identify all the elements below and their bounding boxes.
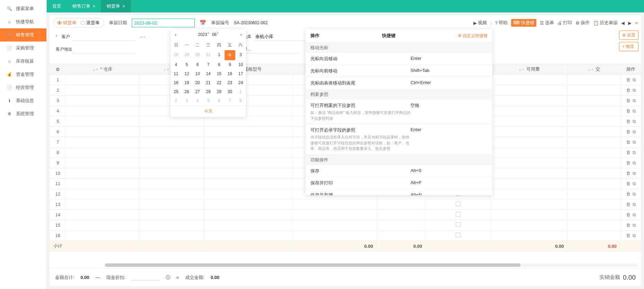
video-link[interactable]: ▶ 视频: [473, 20, 487, 26]
cell[interactable]: [568, 96, 620, 106]
cell[interactable]: [66, 106, 139, 116]
cal-day[interactable]: 27: [192, 87, 203, 96]
prev-icon[interactable]: ◀: [621, 20, 625, 26]
cal-day[interactable]: 3: [181, 96, 192, 105]
cell[interactable]: [491, 220, 568, 231]
cell[interactable]: [491, 210, 568, 220]
cell[interactable]: [568, 127, 620, 137]
cell[interactable]: [568, 231, 620, 241]
gift-checkbox[interactable]: [456, 201, 461, 206]
cal-day[interactable]: 8: [214, 60, 225, 69]
address-input[interactable]: [72, 45, 135, 53]
delete-icon[interactable]: 🗑: [626, 98, 631, 103]
help-icon[interactable]: ⓘ: [166, 274, 170, 281]
cal-day[interactable]: 22: [214, 78, 225, 87]
cal-today-link[interactable]: 今天: [171, 105, 246, 117]
cal-day[interactable]: 4: [192, 96, 203, 105]
cell[interactable]: [293, 220, 377, 231]
shortcut-button[interactable]: ⌨ 快捷键: [511, 19, 537, 27]
copy-icon[interactable]: ⧉: [633, 88, 636, 93]
cell[interactable]: [568, 137, 620, 147]
sidebar-item-1[interactable]: ⌂快捷导航: [0, 15, 46, 28]
cal-day[interactable]: 29: [214, 87, 225, 96]
cell[interactable]: [66, 168, 139, 179]
cal-day[interactable]: 3: [235, 50, 246, 60]
gift-checkbox[interactable]: [456, 212, 461, 217]
delete-icon[interactable]: 🗑: [626, 233, 631, 238]
cell[interactable]: [568, 147, 620, 158]
cell[interactable]: [139, 168, 204, 179]
delete-icon[interactable]: 🗑: [626, 88, 631, 93]
tab-0[interactable]: 首页: [47, 0, 67, 12]
cell[interactable]: [66, 96, 139, 106]
logistics-button[interactable]: + 物流: [619, 42, 638, 51]
cal-day[interactable]: 10: [235, 60, 246, 69]
copy-icon[interactable]: ⧉: [633, 77, 636, 82]
cal-day[interactable]: 9: [225, 60, 235, 69]
sidebar-item-0[interactable]: 🔍搜索菜单: [0, 2, 46, 15]
col-deliv[interactable]: ▲▼交: [568, 64, 620, 75]
cal-day[interactable]: 7: [203, 60, 214, 69]
col-gear[interactable]: ⚙: [50, 64, 66, 75]
cell[interactable]: [491, 127, 568, 137]
cal-day[interactable]: 11: [171, 69, 181, 78]
cell[interactable]: [293, 231, 377, 241]
cell[interactable]: [139, 210, 204, 220]
table-row[interactable]: 14🗑⧉: [50, 210, 641, 220]
cell[interactable]: [377, 220, 426, 231]
cal-year-select[interactable]: 2023˅: [198, 32, 209, 37]
delete-icon[interactable]: 🗑: [626, 108, 631, 114]
cell[interactable]: [204, 137, 293, 147]
cell[interactable]: [66, 75, 139, 85]
col-act[interactable]: 操作: [620, 64, 641, 75]
cell[interactable]: [568, 220, 620, 231]
table-row[interactable]: 16🗑⧉: [50, 231, 641, 241]
delete-icon[interactable]: 🗑: [626, 129, 631, 134]
cal-day[interactable]: 15: [214, 69, 225, 78]
sidebar-item-4[interactable]: ⌂库存核算: [0, 55, 46, 68]
delete-icon[interactable]: 🗑: [626, 171, 631, 176]
sidebar-item-5[interactable]: 💰资金管理: [0, 68, 46, 81]
cal-day[interactable]: 28: [171, 50, 181, 60]
cell[interactable]: [491, 158, 568, 168]
cal-month-select[interactable]: 06˅: [212, 32, 219, 37]
col-wh[interactable]: ▲▼*仓库: [66, 64, 139, 75]
cal-day[interactable]: 5: [203, 96, 214, 105]
cell[interactable]: [66, 189, 139, 199]
cell[interactable]: [491, 137, 568, 147]
cell[interactable]: [491, 106, 568, 116]
cal-day[interactable]: 26: [181, 87, 192, 96]
cal-day[interactable]: 25: [171, 87, 181, 96]
sidebar-item-2[interactable]: 🛒销售管理: [0, 28, 46, 42]
delete-icon[interactable]: 🗑: [626, 191, 631, 197]
sc-custom-link[interactable]: ⚙自定义快捷键: [458, 33, 488, 39]
cal-day[interactable]: 13: [192, 69, 203, 78]
cal-day[interactable]: 12: [181, 69, 192, 78]
cell[interactable]: [66, 137, 139, 147]
copy-icon[interactable]: ⧉: [633, 181, 636, 186]
delete-icon[interactable]: 🗑: [626, 150, 631, 155]
cell[interactable]: [491, 199, 568, 210]
cell[interactable]: [568, 189, 620, 199]
cal-day[interactable]: 14: [203, 69, 214, 78]
cell[interactable]: [568, 168, 620, 179]
copy-icon[interactable]: ⧉: [633, 98, 636, 103]
menu-icon[interactable]: ≡: [635, 20, 638, 26]
next-icon[interactable]: ▶: [628, 20, 632, 26]
copy-icon[interactable]: ⧉: [633, 202, 636, 207]
copy-icon[interactable]: ⧉: [633, 171, 636, 176]
customer-input[interactable]: [73, 33, 135, 41]
close-icon[interactable]: ✕: [122, 4, 125, 9]
table-row[interactable]: 13🗑⧉: [50, 199, 641, 210]
cell[interactable]: [293, 199, 377, 210]
gear-icon[interactable]: ⚙: [56, 67, 60, 72]
cell[interactable]: [139, 116, 204, 127]
cell[interactable]: [66, 210, 139, 220]
cell[interactable]: [568, 158, 620, 168]
cell[interactable]: [491, 179, 568, 189]
cell[interactable]: [139, 127, 204, 137]
delete-icon[interactable]: 🗑: [626, 77, 631, 82]
cal-day[interactable]: 30: [192, 50, 203, 60]
delete-icon[interactable]: 🗑: [626, 202, 631, 207]
cash-input[interactable]: [132, 275, 160, 280]
